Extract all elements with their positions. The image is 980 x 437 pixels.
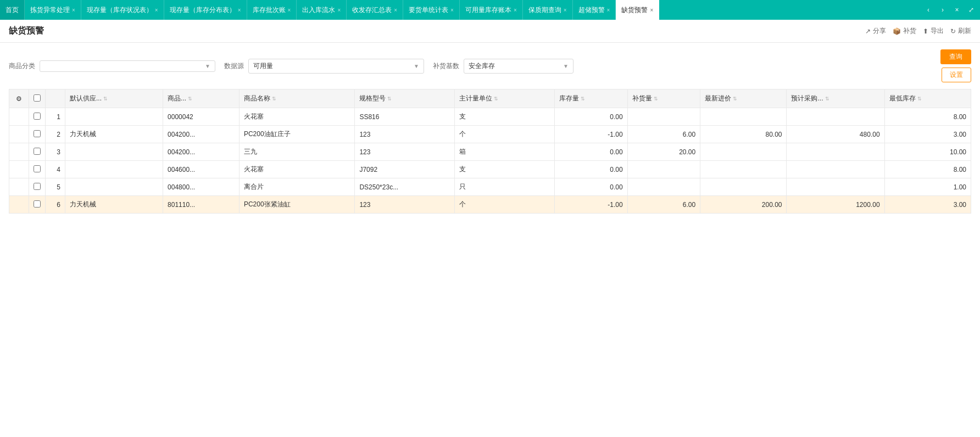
col-stock[interactable]: 库存量 ⇅ [555,89,627,108]
row-checkbox[interactable] [34,130,41,137]
row-unit: 支 [455,161,555,178]
nav-prev-button[interactable]: ‹ [922,3,935,16]
page-header: 缺货预警 ↗ 分享 📦 补货 ⬆ 导出 ↻ 刷新 [0,20,980,43]
row-code: 004200... [163,143,240,161]
query-button[interactable]: 查询 [940,49,971,64]
chevron-down-icon: ▼ [205,63,210,69]
tab-stock-status[interactable]: 现存量（库存状况表） × [81,0,164,20]
row-unit: 只 [455,178,555,196]
tab-home[interactable]: 首页 [0,0,25,20]
row-checkbox-cell[interactable] [29,161,46,178]
col-latest-price[interactable]: 最新进价 ⇅ [700,89,787,108]
datasource-select[interactable]: 可用量 ▼ [248,59,424,74]
col-min-stock[interactable]: 最低库存 ⇅ [884,89,971,108]
table-row: 3 004200... 三九 123 箱 0.00 20.00 10.00 [9,143,971,161]
table-row: 6 力天机械 801110... PC200张紧油缸 123 个 -1.00 6… [9,196,971,214]
col-name[interactable]: 商品名称 ⇅ [239,89,355,108]
row-checkbox-cell[interactable] [29,143,46,161]
col-unit[interactable]: 主计量单位 ⇅ [455,89,555,108]
nav-close-button[interactable]: × [950,3,964,16]
sort-icon: ⇅ [654,96,658,102]
close-icon[interactable]: × [288,7,291,13]
col-supplier[interactable]: 默认供应... ⇅ [65,89,163,108]
row-checkbox-cell[interactable] [29,108,46,126]
nav-expand-button[interactable]: ⤢ [965,3,978,16]
row-replenish [627,178,700,196]
settings-button[interactable]: 设置 [942,68,971,82]
col-spec[interactable]: 规格型号 ⇅ [355,89,455,108]
table-container: ⚙ 默认供应... ⇅ 商品.. [0,89,980,214]
row-checkbox[interactable] [34,200,41,208]
row-checkbox-cell[interactable] [29,126,46,143]
replenish-base-value: 安全库存 [469,61,495,71]
close-icon[interactable]: × [155,7,158,13]
row-est-purchase [787,143,884,161]
close-icon[interactable]: × [238,7,241,13]
table-header-row: ⚙ 默认供应... ⇅ 商品.. [9,89,971,108]
tab-demand-stats[interactable]: 要货单统计表 × [403,0,460,20]
row-stock: 0.00 [555,161,627,178]
tab-stock-dist[interactable]: 现存量（库存分布表） × [164,0,247,20]
row-checkbox[interactable] [34,165,41,172]
row-num: 5 [46,178,65,196]
row-gear-cell [9,126,29,143]
replenish-button[interactable]: 📦 补货 [893,26,916,36]
export-button[interactable]: ⬆ 导出 [923,26,944,36]
row-num: 1 [46,108,65,126]
tab-available-ledger[interactable]: 可用量库存账本 × [460,0,523,20]
page-title: 缺货预警 [9,25,44,37]
row-gear-cell [9,178,29,196]
col-est-purchase[interactable]: 预计采购... ⇅ [787,89,884,108]
row-checkbox-cell[interactable] [29,196,46,214]
col-num [46,89,65,108]
row-name: PC200张紧油缸 [239,196,355,214]
col-code[interactable]: 商品... ⇅ [163,89,240,108]
row-min-stock: 3.00 [884,126,971,143]
replenish-base-select[interactable]: 安全库存 ▼ [464,59,573,74]
close-icon[interactable]: × [564,7,567,13]
close-icon[interactable]: × [607,7,610,13]
col-replenish[interactable]: 补货量 ⇅ [627,89,700,108]
refresh-button[interactable]: ↻ 刷新 [950,26,971,36]
tab-receive-send[interactable]: 收发存汇总表 × [347,0,403,20]
row-code: 004800... [163,178,240,196]
close-icon[interactable]: × [337,7,341,13]
row-supplier [65,143,163,161]
tab-overstock[interactable]: 超储预警 × [573,0,616,20]
table-row: 2 力天机械 004200... PC200油缸庄子 123 个 -1.00 6… [9,126,971,143]
col-checkbox-header[interactable] [29,89,46,108]
row-checkbox[interactable] [34,113,41,120]
close-icon[interactable]: × [450,7,454,13]
tab-inout-flow[interactable]: 出入库流水 × [297,0,347,20]
tab-pick-exception[interactable]: 拣货异常处理 × [25,0,81,20]
col-gear[interactable]: ⚙ [9,89,29,108]
tab-shortage[interactable]: 缺货预警 × [616,0,659,20]
row-checkbox[interactable] [34,183,41,190]
row-min-stock: 3.00 [884,196,971,214]
close-icon[interactable]: × [394,7,397,13]
row-checkbox-cell[interactable] [29,178,46,196]
tab-batch-account[interactable]: 库存批次账 × [247,0,297,20]
sort-icon: ⇅ [581,96,585,102]
row-gear-cell [9,161,29,178]
close-icon[interactable]: × [514,7,517,13]
tab-shelf-life[interactable]: 保质期查询 × [523,0,573,20]
row-checkbox[interactable] [34,148,41,155]
sort-icon: ⇅ [387,96,392,102]
row-replenish: 20.00 [627,143,700,161]
row-min-stock: 10.00 [884,143,971,161]
category-select[interactable]: ▼ [40,60,215,72]
close-icon[interactable]: × [650,7,653,13]
select-all-checkbox[interactable] [34,94,41,102]
share-button[interactable]: ↗ 分享 [865,26,886,36]
row-spec: J7092 [355,161,455,178]
row-gear-cell [9,196,29,214]
row-est-purchase [787,178,884,196]
row-name: PC200油缸庄子 [239,126,355,143]
header-actions: ↗ 分享 📦 补货 ⬆ 导出 ↻ 刷新 [865,26,971,36]
nav-next-button[interactable]: › [936,3,949,16]
close-icon[interactable]: × [72,7,75,13]
row-supplier [65,178,163,196]
datasource-label: 数据源 [224,61,244,71]
row-name: 离合片 [239,178,355,196]
